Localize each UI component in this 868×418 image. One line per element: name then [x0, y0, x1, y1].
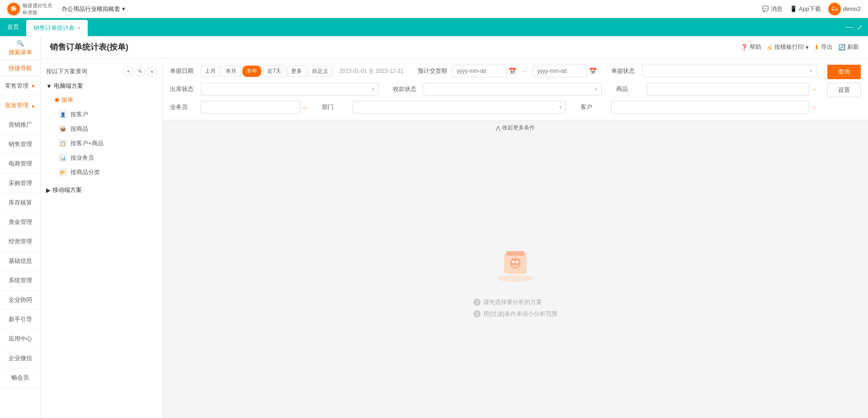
empty-svg	[488, 235, 542, 290]
scheme-item-by-goods[interactable]: 📦 按商品	[41, 122, 162, 136]
date-btn-last-7-days[interactable]: 近7天	[263, 66, 285, 77]
sidebar-item-quick-nav[interactable]: 快捷导航	[0, 61, 40, 76]
scheme-item-by-customer[interactable]: 👤 按客户	[41, 107, 162, 122]
sidebar-item-vip[interactable]: 畅会员	[0, 368, 40, 388]
sidebar-item-inventory[interactable]: 库存核算	[0, 193, 40, 213]
content-area: 销售订单统计表(按单) ❓ 帮助 🖨 按模板打印 ▾ ⬇ 导出 🔄 刷新	[41, 36, 868, 418]
scheme-item-by-customer-goods[interactable]: 📋 按客户+商品	[41, 136, 162, 151]
svg-point-4	[512, 261, 515, 263]
filter-row-3: 业务员 ··· 部门 ▾ 客户	[170, 101, 816, 114]
tab-sales-order-stats[interactable]: 销售订单统计表 ×	[26, 20, 88, 36]
left-panel-header: 按以下方案查询 + ✎ «	[41, 64, 162, 79]
expected-date-from-input[interactable]	[453, 65, 507, 77]
sidebar-item-purchase[interactable]: 采购管理	[0, 174, 40, 193]
help-btn[interactable]: ❓ 帮助	[741, 43, 761, 51]
sidebar-item-app-center[interactable]: 应用中心	[0, 329, 40, 349]
avatar: Ea	[828, 3, 841, 15]
logo-icon: 畅	[7, 3, 20, 15]
empty-illustration	[488, 235, 542, 291]
print-btn[interactable]: 🖨 按模板打印 ▾	[767, 43, 809, 51]
date-buttons: 上月 本月 本年 近7天 更多 自定义	[201, 66, 332, 77]
payment-dropdown-icon: ▾	[595, 86, 598, 92]
scheme-item-by-salesperson[interactable]: 📊 按业务员	[41, 151, 162, 165]
page-header-actions: ❓ 帮助 🖨 按模板打印 ▾ ⬇ 导出 🔄 刷新	[741, 43, 859, 57]
department-dropdown-icon: ▾	[559, 104, 562, 110]
department-dropdown[interactable]: ▾	[353, 101, 566, 114]
sidebar-item-ecommerce[interactable]: 电商管理	[0, 154, 40, 174]
tab-home[interactable]: 首页	[0, 18, 26, 36]
salesperson-input[interactable]	[201, 101, 300, 114]
nav-tabs: 首页 销售订单统计表 × — ⤢	[0, 18, 868, 36]
scheme-group-pc[interactable]: ▼ 电脑端方案	[41, 79, 162, 93]
expected-date-label: 预计交货期	[418, 67, 447, 75]
expand-arrow-icon: ▼	[31, 84, 35, 89]
customer-ellipsis-icon[interactable]: ···	[811, 104, 816, 111]
sidebar-item-newbie[interactable]: 新手引导	[0, 310, 40, 329]
filter-row-1: 单据日期 上月 本月 本年 近7天 更多 自定义 2023-01-01 至 20…	[170, 65, 816, 77]
scheme-group-mobile[interactable]: ▶ 移动端方案	[41, 183, 162, 197]
payment-status-dropdown[interactable]: ▾	[424, 83, 601, 95]
refresh-icon: 🔄	[838, 44, 845, 51]
print-icon: 🖨	[767, 44, 773, 51]
sidebar-item-operations[interactable]: 经营管理	[0, 232, 40, 252]
sidebar-item-basic-info[interactable]: 基础信息	[0, 252, 40, 271]
calendar-icon-2[interactable]: 📅	[589, 67, 597, 75]
goods-ellipsis-icon[interactable]: ···	[811, 86, 816, 93]
sidebar-item-retail[interactable]: 零售管理 ▼	[0, 76, 40, 96]
add-scheme-btn[interactable]: +	[123, 66, 133, 76]
message-btn[interactable]: 💬 消息	[762, 5, 783, 13]
collapse-panel-btn[interactable]: «	[147, 66, 157, 76]
print-arrow-icon: ▾	[806, 44, 809, 51]
sidebar-item-search[interactable]: 🔍 搜索菜单	[0, 36, 40, 61]
date-btn-more[interactable]: 更多	[287, 66, 306, 77]
delivery-status-dropdown[interactable]: ▾	[201, 83, 378, 95]
setting-button[interactable]: 设置	[827, 83, 861, 97]
download-icon: 📱	[790, 5, 797, 12]
filter-row-2: 出库状态 ▾ 收款状态 ▾ 商品	[170, 83, 816, 95]
collapse-bar[interactable]: ⋀ 收起更多条件	[163, 120, 868, 135]
customer-goods-scheme-icon: 📋	[59, 139, 67, 147]
scheme-item-by-order[interactable]: 按单	[41, 93, 162, 107]
sidebar-item-sales[interactable]: 销售管理	[0, 135, 40, 154]
edit-scheme-btn[interactable]: ✎	[135, 66, 145, 76]
expected-date-from: 📅	[453, 65, 516, 77]
empty-tip-2: 2 用[过滤]条件来缩小分析范围	[473, 310, 557, 318]
search-icon: 🔍	[17, 40, 24, 47]
user-menu[interactable]: Ea demo2	[828, 3, 861, 15]
sidebar-item-enterprise-wechat[interactable]: 企业微信	[0, 349, 40, 368]
page-title: 销售订单统计表(按单)	[50, 42, 128, 58]
sidebar-item-finance[interactable]: 资金管理	[0, 213, 40, 232]
expected-date-to-input[interactable]	[533, 65, 587, 77]
sidebar-item-wholesale[interactable]: 批发管理 ▲	[0, 96, 40, 115]
calendar-icon[interactable]: 📅	[509, 67, 516, 75]
export-icon: ⬇	[814, 44, 819, 51]
customer-input[interactable]	[611, 101, 810, 114]
doc-status-dropdown[interactable]: ▾	[642, 65, 816, 77]
query-button[interactable]: 查询	[827, 65, 861, 79]
goods-category-scheme-icon: 📂	[59, 168, 67, 176]
sidebar-item-enterprise-collab[interactable]: 企业协同	[0, 290, 40, 310]
active-dot-icon	[55, 98, 59, 102]
app-download-btn[interactable]: 📱 App下载	[790, 5, 821, 13]
salesperson-ellipsis-icon[interactable]: ···	[302, 104, 307, 111]
tip-num-2: 2	[473, 310, 481, 318]
date-btn-this-year[interactable]: 本年	[242, 66, 261, 77]
date-btn-last-month[interactable]: 上月	[201, 66, 220, 77]
date-btn-custom[interactable]: 自定义	[308, 66, 332, 77]
date-sep: —	[522, 68, 528, 75]
close-tab-icon[interactable]: ×	[77, 25, 80, 31]
export-btn[interactable]: ⬇ 导出	[814, 43, 833, 51]
refresh-btn[interactable]: 🔄 刷新	[838, 43, 859, 51]
goods-scheme-icon: 📦	[59, 125, 67, 133]
goods-input[interactable]	[647, 83, 810, 95]
date-btn-this-month[interactable]: 本月	[222, 66, 241, 77]
scheme-item-by-goods-category[interactable]: 📂 按商品分类	[41, 165, 162, 180]
right-panel: 单据日期 上月 本月 本年 近7天 更多 自定义 2023-01-01 至 20…	[163, 58, 868, 418]
maximize-icon[interactable]: ⤢	[857, 23, 863, 32]
app-selector[interactable]: 办公用品行业模拟账套 ▾	[61, 5, 125, 13]
sidebar-item-marketing[interactable]: 营销推广	[0, 115, 40, 135]
minimize-icon[interactable]: —	[846, 23, 853, 31]
nav-tab-actions: — ⤢	[846, 23, 868, 32]
customer-label: 客户	[580, 103, 606, 111]
sidebar-item-system[interactable]: 系统管理	[0, 271, 40, 290]
